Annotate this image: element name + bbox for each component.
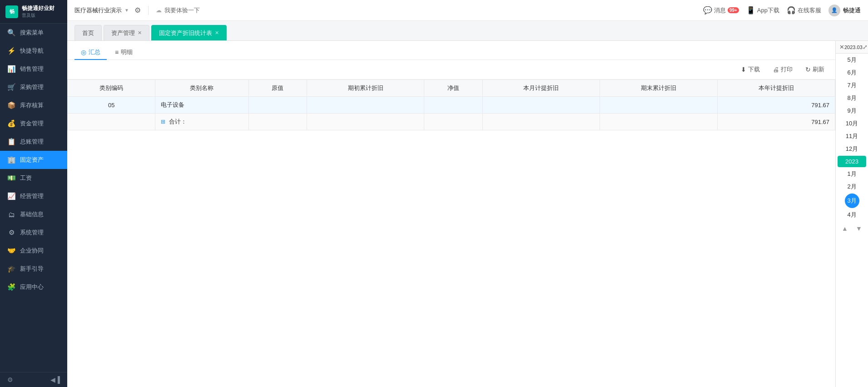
sidebar-icon-payroll: 💵 — [7, 174, 15, 182]
summary-icon: ◎ — [81, 49, 86, 56]
sidebar-icon-app-center: 🧩 — [7, 283, 15, 291]
topbar-right: 💬 消息 99+ 📱 App下载 🎧 在线客服 👤 畅捷通 — [703, 5, 861, 16]
date-year-2023[interactable]: 2023 — [838, 156, 866, 167]
col-annual-depr: 本年计提折旧 — [718, 80, 835, 97]
tab-depreciation-close[interactable]: ✕ — [215, 30, 219, 36]
sidebar-item-search[interactable]: 🔍 搜索菜单 — [0, 24, 67, 42]
sub-tab-summary[interactable]: ◎ 汇总 — [74, 45, 107, 60]
sidebar-item-sales[interactable]: 📊 销售管理 — [0, 60, 67, 78]
expand-icon[interactable]: ⤢ — [863, 44, 868, 50]
sidebar-label-guide: 新手引导 — [20, 265, 44, 273]
date-month-6[interactable]: 6月 — [836, 66, 868, 79]
date-month-4[interactable]: 4月 — [836, 208, 868, 221]
sidebar-item-quick-nav[interactable]: ⚡ 快捷导航 — [0, 42, 67, 60]
app-download-label: App下载 — [757, 6, 779, 15]
experience-button[interactable]: ☁ 我要体验一下 — [156, 6, 200, 15]
sidebar-item-guide[interactable]: 🎓 新手引导 — [0, 260, 67, 278]
settings-icon[interactable]: ⚙ — [7, 376, 13, 383]
sidebar-icon-ledger: 📋 — [7, 138, 15, 146]
messages-badge: 99+ — [728, 7, 739, 13]
collapse-icon[interactable]: ◀▐ — [50, 376, 60, 383]
cell-original — [248, 97, 307, 114]
date-month-5[interactable]: 5月 — [836, 54, 868, 66]
sidebar-item-inventory[interactable]: 📦 库存核算 — [0, 96, 67, 114]
date-nav-down[interactable]: ▼ — [853, 223, 864, 234]
date-month-7[interactable]: 7月 — [836, 79, 868, 92]
sidebar-footer: ⚙ ◀▐ — [0, 372, 67, 387]
print-button[interactable]: 🖨 打印 — [769, 64, 796, 75]
toolbar: ⬇ 下载 🖨 打印 ↻ 刷新 — [67, 60, 835, 79]
tab-home[interactable]: 首页 — [74, 25, 102, 40]
sidebar-item-payroll[interactable]: 💵 工资 — [0, 169, 67, 187]
sub-tabs: ◎ 汇总 ≡ 明细 — [67, 41, 835, 60]
app-download-button[interactable]: 📱 App下载 — [746, 6, 779, 15]
sidebar-item-capital[interactable]: 💰 资金管理 — [0, 114, 67, 133]
col-period-end: 期末累计折旧 — [600, 80, 718, 97]
right-panel: ✕ 2023.03 ⤢ 5月 6月 7月 8月 9月 10月 11月 12月 — [835, 41, 868, 387]
date-month-10[interactable]: 10月 — [836, 117, 868, 130]
date-month-3[interactable]: 3月 — [845, 194, 859, 208]
date-month-2[interactable]: 2月 — [836, 180, 868, 193]
user-menu[interactable]: 👤 畅捷通 — [828, 5, 861, 16]
sidebar-item-app-center[interactable]: 🧩 应用中心 — [0, 278, 67, 296]
total-row: ⊞ 合计： 791.67 — [68, 114, 835, 130]
col-code: 类别编码 — [68, 80, 155, 97]
company-selector[interactable]: 医疗器械行业演示 ▼ — [74, 6, 129, 15]
download-button[interactable]: ⬇ 下载 — [737, 64, 764, 75]
table-wrapper: 类别编码 类别名称 原值 期初累计折旧 净值 本月计提折旧 期末累计折旧 本年计… — [67, 79, 835, 387]
page-content: ◎ 汇总 ≡ 明细 ⬇ 下载 🖨 打印 ↻ — [67, 41, 868, 387]
sidebar-header: 畅 畅捷通好业财 普及版 — [0, 0, 67, 24]
sub-tab-detail[interactable]: ≡ 明细 — [109, 45, 139, 60]
date-nav-up[interactable]: ▲ — [839, 223, 850, 234]
col-monthly-depr: 本月计提折旧 — [482, 80, 600, 97]
sidebar-label-sales: 销售管理 — [20, 65, 44, 73]
sidebar-icon-fixed-assets: 🏢 — [7, 156, 15, 164]
app-logo: 畅 — [5, 5, 18, 18]
cell-code: 05 — [68, 97, 155, 114]
tab-depreciation[interactable]: 固定资产折旧统计表 ✕ — [151, 25, 227, 40]
tab-depreciation-label: 固定资产折旧统计表 — [159, 29, 212, 37]
cell-annual-depr: 791.67 — [718, 97, 835, 114]
topbar-settings-icon[interactable]: ⚙ — [134, 6, 141, 15]
cell-period-end — [600, 97, 718, 114]
sidebar-label-quick-nav: 快捷导航 — [20, 47, 44, 55]
sidebar-item-fixed-assets[interactable]: 🏢 固定资产 — [0, 151, 67, 169]
right-panel-header: ✕ 2023.03 ⤢ — [836, 41, 868, 54]
company-arrow-icon: ▼ — [124, 8, 129, 13]
sidebar-label-system: 系统管理 — [20, 228, 44, 237]
sidebar-label-payroll: 工资 — [20, 174, 32, 182]
table-row: 05 电子设备 791.67 — [68, 97, 835, 114]
date-month-12[interactable]: 12月 — [836, 143, 868, 155]
sidebar-item-operations[interactable]: 📈 经营管理 — [0, 187, 67, 205]
sidebar-item-purchase[interactable]: 🛒 采购管理 — [0, 78, 67, 96]
date-month-1[interactable]: 1月 — [836, 168, 868, 180]
date-group-prev: 5月 6月 7月 8月 9月 10月 11月 12月 — [836, 54, 868, 155]
experience-label: 我要体验一下 — [164, 6, 200, 15]
tab-asset-mgmt[interactable]: 资产管理 ✕ — [104, 25, 149, 40]
messages-button[interactable]: 💬 消息 99+ — [703, 6, 739, 15]
sidebar-label-capital: 资金管理 — [20, 119, 44, 128]
sidebar-icon-search: 🔍 — [7, 29, 15, 37]
sidebar-label-ledger: 总账管理 — [20, 138, 44, 146]
date-month-8[interactable]: 8月 — [836, 92, 868, 104]
refresh-button[interactable]: ↻ 刷新 — [802, 64, 828, 75]
topbar-separator — [148, 6, 149, 15]
date-month-11[interactable]: 11月 — [836, 130, 868, 143]
sidebar-item-enterprise[interactable]: 🤝 企业协同 — [0, 242, 67, 260]
sidebar-icon-purchase: 🛒 — [7, 83, 15, 91]
right-panel-close-icon[interactable]: ✕ — [839, 44, 844, 50]
messages-label: 消息 — [714, 6, 726, 15]
date-month-9[interactable]: 9月 — [836, 104, 868, 117]
sidebar-label-basic-info: 基础信息 — [20, 210, 44, 218]
download-label: 下载 — [748, 65, 760, 74]
content-panel: ◎ 汇总 ≡ 明细 ⬇ 下载 🖨 打印 ↻ — [67, 41, 835, 387]
sidebar-item-basic-info[interactable]: 🗂 基础信息 — [0, 205, 67, 223]
online-support-button[interactable]: 🎧 在线客服 — [787, 6, 821, 15]
online-support-icon: 🎧 — [787, 6, 796, 15]
sidebar-item-system[interactable]: ⚙ 系统管理 — [0, 223, 67, 242]
app-name: 畅捷通好业财 — [22, 5, 55, 12]
sidebar-label-purchase: 采购管理 — [20, 83, 44, 91]
tab-asset-mgmt-close[interactable]: ✕ — [138, 30, 142, 36]
sidebar-item-ledger[interactable]: 📋 总账管理 — [0, 133, 67, 151]
sidebar-icon-capital: 💰 — [7, 119, 15, 128]
